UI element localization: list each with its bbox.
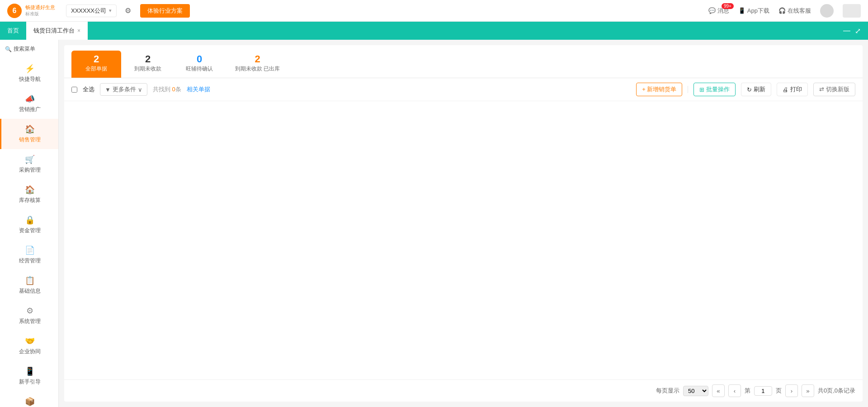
toolbar-left: 全选 ▼ 更多条件 ∨ 共找到 0条 相关单据 <box>71 83 631 96</box>
summary-tab-wangwang[interactable]: 0 旺辅待确认 <box>175 51 224 78</box>
operations-icon: 📄 <box>25 245 35 255</box>
per-page-select[interactable]: 50 100 200 <box>683 386 708 396</box>
app-download-label: App下载 <box>747 7 769 15</box>
nav-tab-actions: — ⤢ <box>843 27 868 35</box>
logo-area: 6 畅捷通好生意 标准版 <box>7 4 66 18</box>
sales-icon: 🏠 <box>25 124 35 134</box>
batch-label: 批量操作 <box>706 85 730 94</box>
sidebar-item-inventory[interactable]: 🏠 库存核算 <box>0 179 58 210</box>
select-all-checkbox[interactable] <box>71 87 77 93</box>
window-maximize-btn[interactable]: ⤢ <box>855 27 861 35</box>
summary-tab-all[interactable]: 2 全部单据 <box>71 51 121 78</box>
next-page-button[interactable]: › <box>785 384 798 397</box>
cooperation-icon: 🤝 <box>25 336 35 346</box>
sidebar-search[interactable]: 🔍 搜索菜单 <box>0 40 58 58</box>
sidebar-item-label-system: 系统管理 <box>19 318 41 325</box>
marketing-icon: 📣 <box>25 94 35 104</box>
sidebar-item-sales[interactable]: 🏠 销售管理 <box>0 119 58 149</box>
sidebar-item-label-cooperation: 企业协同 <box>19 348 41 356</box>
switch-version-button[interactable]: ⇄ 切换新版 <box>813 83 855 96</box>
tab-close-icon[interactable]: × <box>77 28 80 34</box>
summary-tab-overdue[interactable]: 2 到期未收款 <box>123 51 173 78</box>
avatar[interactable] <box>820 4 834 18</box>
summary-tabs: 2 全部单据 2 到期未收款 0 旺辅待确认 2 到期未收款 已出库 <box>64 45 863 78</box>
print-button[interactable]: 🖨 打印 <box>777 83 808 96</box>
message-badge: 99+ <box>722 3 734 9</box>
filter-dropdown-icon: ∨ <box>138 86 142 93</box>
app-center-icon: 📦 <box>25 397 35 407</box>
sidebar-item-label-basic-info: 基础信息 <box>19 287 41 295</box>
last-page-button[interactable]: » <box>802 384 814 397</box>
prev-page-button[interactable]: ‹ <box>728 384 741 397</box>
sidebar-item-label-newbie: 新手引导 <box>19 378 41 386</box>
user-menu[interactable] <box>843 4 861 18</box>
main-layout: 🔍 搜索菜单 ⚡ 快捷导航 📣 营销推广 🏠 销售管理 🛒 采购管理 🏠 库存核… <box>0 40 868 407</box>
sidebar-item-label-inventory: 库存核算 <box>19 196 41 204</box>
sidebar-item-basic-info[interactable]: 📋 基础信息 <box>0 270 58 300</box>
table-area <box>64 101 863 379</box>
sidebar: 🔍 搜索菜单 ⚡ 快捷导航 📣 营销推广 🏠 销售管理 🛒 采购管理 🏠 库存核… <box>0 40 59 407</box>
first-page-button[interactable]: « <box>712 384 725 397</box>
window-minimize-btn[interactable]: — <box>843 27 850 35</box>
sidebar-item-system[interactable]: ⚙ 系统管理 <box>0 300 58 331</box>
summary-label-all: 全部单据 <box>85 65 107 73</box>
company-selector[interactable]: XXXXXX公司 ▾ <box>66 5 117 17</box>
toolbar-divider-1 <box>688 86 688 93</box>
refresh-label: 刷新 <box>754 85 765 94</box>
top-bar-right: 💬 消息 99+ 📱 App下载 🎧 在线客服 <box>708 4 861 18</box>
toolbar-right: + 新增销货单 ⊞ 批量操作 ↻ 刷新 🖨 打印 ⇄ <box>636 83 855 96</box>
online-service-button[interactable]: 🎧 在线客服 <box>778 7 811 15</box>
sidebar-item-marketing[interactable]: 📣 营销推广 <box>0 89 58 119</box>
page-number-input[interactable] <box>754 386 772 396</box>
settings-button[interactable]: ⚙ <box>121 4 135 18</box>
related-docs-link[interactable]: 相关单据 <box>187 85 210 94</box>
top-bar: 6 畅捷通好生意 标准版 XXXXXX公司 ▾ ⚙ 体验行业方案 💬 消息 99… <box>0 0 868 22</box>
refresh-button[interactable]: ↻ 刷新 <box>741 83 771 96</box>
toolbar: 全选 ▼ 更多条件 ∨ 共找到 0条 相关单据 + 新增销货单 ⊞ <box>64 78 863 101</box>
sidebar-item-finance[interactable]: 🔒 资金管理 <box>0 210 58 240</box>
sidebar-item-quick-nav[interactable]: ⚡ 快捷导航 <box>0 58 58 89</box>
tab-active[interactable]: 钱货日清工作台 × <box>26 22 88 40</box>
add-sales-order-button[interactable]: + 新增销货单 <box>636 83 682 96</box>
sidebar-item-cooperation[interactable]: 🤝 企业协同 <box>0 331 58 361</box>
sidebar-item-newbie[interactable]: 📱 新手引导 <box>0 361 58 391</box>
sidebar-item-purchase[interactable]: 🛒 采购管理 <box>0 149 58 179</box>
tab-home-label: 首页 <box>7 27 19 35</box>
refresh-icon: ↻ <box>747 86 752 93</box>
sidebar-item-label-finance: 资金管理 <box>19 227 41 234</box>
company-dropdown-arrow: ▾ <box>109 8 112 14</box>
company-name: XXXXXX公司 <box>71 7 106 15</box>
batch-operation-button[interactable]: ⊞ 批量操作 <box>693 83 736 96</box>
app-download-button[interactable]: 📱 App下载 <box>738 7 769 15</box>
found-prefix: 共找到 <box>153 86 170 93</box>
search-icon: 🔍 <box>5 46 12 52</box>
sidebar-item-label-marketing: 营销推广 <box>19 106 41 113</box>
summary-label-overdue-shipped: 到期未收款 已出库 <box>235 65 280 73</box>
service-icon: 🎧 <box>778 7 786 14</box>
logo-text-area: 畅捷通好生意 标准版 <box>25 4 55 17</box>
batch-icon: ⊞ <box>699 86 704 93</box>
sidebar-search-label: 搜索菜单 <box>14 45 35 53</box>
message-icon: 💬 <box>708 7 716 14</box>
found-count: 0 <box>172 86 175 93</box>
switch-icon: ⇄ <box>819 86 824 93</box>
experience-button[interactable]: 体验行业方案 <box>140 4 190 18</box>
summary-count-overdue-shipped: 2 <box>255 54 260 64</box>
filter-btn-label: 更多条件 <box>113 85 136 94</box>
system-icon: ⚙ <box>26 306 33 316</box>
filter-icon: ▼ <box>105 86 111 93</box>
quick-nav-icon: ⚡ <box>25 64 35 74</box>
finance-icon: 🔒 <box>25 215 35 225</box>
logo-badge: 标准版 <box>25 11 55 17</box>
message-button[interactable]: 💬 消息 99+ <box>708 7 729 15</box>
summary-label-wangwang: 旺辅待确认 <box>186 65 213 73</box>
tab-active-label: 钱货日清工作台 <box>33 27 75 35</box>
tab-home[interactable]: 首页 <box>0 22 26 40</box>
switch-label: 切换新版 <box>826 86 849 93</box>
content-area: 2 全部单据 2 到期未收款 0 旺辅待确认 2 到期未收款 已出库 <box>59 40 868 407</box>
summary-tab-overdue-shipped[interactable]: 2 到期未收款 已出库 <box>226 51 289 78</box>
sidebar-item-operations[interactable]: 📄 经营管理 <box>0 240 58 270</box>
sidebar-item-app-center[interactable]: 📦 应用中心 <box>0 391 58 407</box>
more-filter-button[interactable]: ▼ 更多条件 ∨ <box>100 83 147 96</box>
sidebar-item-label-operations: 经营管理 <box>19 257 41 265</box>
